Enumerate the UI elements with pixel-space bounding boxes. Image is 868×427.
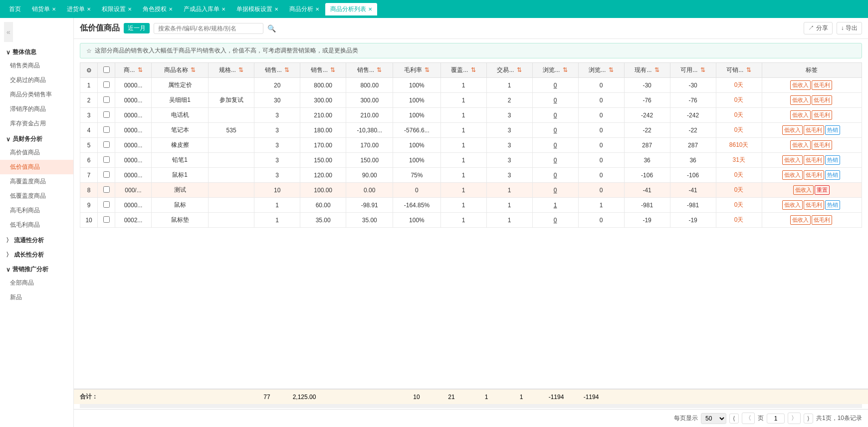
prev-page-button[interactable]: 〈 [742, 413, 755, 424]
page-size-select[interactable]: 50 10 20 100 [701, 413, 726, 424]
cell-checkbox[interactable] [98, 108, 115, 123]
filter-recent-month-button[interactable]: 近一月 [124, 23, 150, 33]
th-name[interactable]: 商品名称 ⇅ [152, 63, 209, 78]
th-sales1[interactable]: 销售... ⇅ [300, 63, 346, 78]
browse-link[interactable]: 0 [554, 217, 557, 224]
close-icon[interactable]: ✕ [315, 6, 319, 12]
cell-checkbox[interactable] [98, 93, 115, 108]
th-avail[interactable]: 可用... ⇅ [670, 63, 716, 78]
cell-checkbox[interactable] [98, 153, 115, 168]
last-page-button[interactable]: ⟩ [804, 414, 813, 424]
row-checkbox[interactable] [103, 96, 110, 103]
th-browse1[interactable]: 浏览... ⇅ [532, 63, 578, 78]
close-icon[interactable]: ✕ [368, 6, 372, 12]
cell-browse1[interactable]: 0 [532, 183, 578, 198]
first-page-button[interactable]: ⟨ [729, 414, 739, 424]
cell-checkbox[interactable] [98, 198, 115, 213]
cell-checkbox[interactable] [98, 183, 115, 198]
th-checkbox[interactable] [98, 63, 115, 78]
th-sellable[interactable]: 可销... ⇅ [716, 63, 762, 78]
close-icon[interactable]: ✕ [128, 6, 132, 12]
browse-link[interactable]: 0 [554, 172, 557, 179]
th-settings[interactable]: ⚙ [80, 63, 98, 78]
sidebar-item-all-products[interactable]: 全部商品 [0, 276, 73, 290]
th-sales2[interactable]: 销售... ⇅ [346, 63, 393, 78]
nav-product-analysis-list[interactable]: 商品分析列表 ✕ [325, 3, 377, 15]
sidebar-group-overall[interactable]: ∨ 整体信息 [0, 44, 73, 58]
browse-link[interactable]: 0 [554, 127, 557, 134]
sidebar-group-finance[interactable]: ∨ 员财务分析 [0, 131, 73, 145]
browse-link[interactable]: 0 [554, 187, 557, 194]
th-trade[interactable]: 交易... ⇅ [486, 63, 532, 78]
horizontal-scrollbar[interactable] [80, 404, 862, 408]
row-checkbox[interactable] [103, 171, 110, 178]
browse-link[interactable]: 0 [554, 157, 557, 164]
cell-browse1[interactable]: 0 [532, 138, 578, 153]
browse-link[interactable]: 0 [554, 97, 557, 104]
sidebar-group-marketing[interactable]: ∨ 营销推广分析 [0, 261, 73, 276]
share-button[interactable]: ↗ 分享 [804, 22, 832, 34]
cell-checkbox[interactable] [98, 168, 115, 183]
export-button[interactable]: ↓ 导出 [837, 22, 862, 34]
nav-permission[interactable]: 权限设置 ✕ [97, 3, 137, 15]
page-number-input[interactable] [767, 414, 785, 424]
row-checkbox[interactable] [103, 126, 110, 133]
nav-purchase[interactable]: 进货单 ✕ [62, 3, 96, 15]
row-checkbox[interactable] [103, 81, 110, 88]
nav-product-analysis[interactable]: 商品分析 ✕ [284, 3, 324, 15]
next-page-button[interactable]: 〉 [788, 413, 801, 424]
sidebar-item-new-products[interactable]: 新品 [0, 290, 73, 305]
row-checkbox[interactable] [103, 156, 110, 163]
row-checkbox[interactable] [103, 141, 110, 148]
row-checkbox[interactable] [103, 201, 110, 208]
sidebar-collapse-button[interactable]: « [4, 22, 13, 42]
sidebar-item-high-margin[interactable]: 高毛利商品 [0, 203, 73, 218]
sidebar-group-liquidity[interactable]: 〉 流通性分析 [0, 232, 73, 247]
sidebar-item-low-margin[interactable]: 低毛利商品 [0, 218, 73, 232]
th-margin[interactable]: 毛利率 ⇅ [393, 63, 440, 78]
close-icon[interactable]: ✕ [221, 6, 225, 12]
close-icon[interactable]: ✕ [169, 6, 173, 12]
close-icon[interactable]: ✕ [52, 6, 56, 12]
search-button[interactable]: 🔍 [267, 24, 276, 32]
nav-product-in[interactable]: 产成品入库单 ✕ [179, 3, 230, 15]
cell-browse1[interactable]: 0 [532, 213, 578, 228]
cell-checkbox[interactable] [98, 138, 115, 153]
th-browse2[interactable]: 浏览... ⇅ [578, 63, 624, 78]
table-wrapper[interactable]: ⚙ 商... ⇅ 商品名称 ⇅ 规格... ⇅ 销售... ⇅ 销售... ⇅ … [74, 62, 868, 389]
sidebar-item-inventory-capital[interactable]: 库存资金占用 [0, 116, 73, 131]
sidebar-item-traded-products[interactable]: 交易过的商品 [0, 73, 73, 87]
th-spec[interactable]: 规格... ⇅ [209, 63, 254, 78]
cell-browse1[interactable]: 0 [532, 93, 578, 108]
row-checkbox[interactable] [103, 186, 110, 193]
browse-link[interactable]: 0 [554, 82, 557, 89]
sidebar-item-high-coverage[interactable]: 高覆盖度商品 [0, 174, 73, 189]
th-coverage[interactable]: 覆盖... ⇅ [440, 63, 486, 78]
row-checkbox[interactable] [103, 216, 110, 223]
sidebar-item-high-value[interactable]: 高价值商品 [0, 145, 73, 160]
row-checkbox[interactable] [103, 111, 110, 118]
cell-browse1[interactable]: 0 [532, 78, 578, 93]
sidebar-item-sales-products[interactable]: 销售类商品 [0, 58, 73, 73]
cell-browse1[interactable]: 0 [532, 153, 578, 168]
cell-browse1[interactable]: 1 [532, 198, 578, 213]
close-icon[interactable]: ✕ [87, 6, 91, 12]
select-all-checkbox[interactable] [103, 66, 110, 73]
nav-sales[interactable]: 销货单 ✕ [27, 3, 61, 15]
cell-checkbox[interactable] [98, 213, 115, 228]
sidebar-item-slow-products[interactable]: 滞销序的商品 [0, 102, 73, 116]
th-qty[interactable]: 销售... ⇅ [254, 63, 300, 78]
cell-browse1[interactable]: 0 [532, 168, 578, 183]
nav-role[interactable]: 角色授权 ✕ [138, 3, 178, 15]
th-stock[interactable]: 现有... ⇅ [624, 63, 670, 78]
sidebar-item-low-value[interactable]: 低价值商品 [0, 160, 73, 174]
cell-browse1[interactable]: 0 [532, 108, 578, 123]
nav-home[interactable]: 首页 [4, 3, 26, 15]
cell-checkbox[interactable] [98, 78, 115, 93]
search-input[interactable] [154, 23, 263, 34]
cell-browse1[interactable]: 0 [532, 123, 578, 138]
th-code[interactable]: 商... ⇅ [115, 63, 151, 78]
browse-link[interactable]: 0 [554, 142, 557, 149]
browse-link[interactable]: 1 [554, 202, 557, 209]
browse-link[interactable]: 0 [554, 112, 557, 119]
